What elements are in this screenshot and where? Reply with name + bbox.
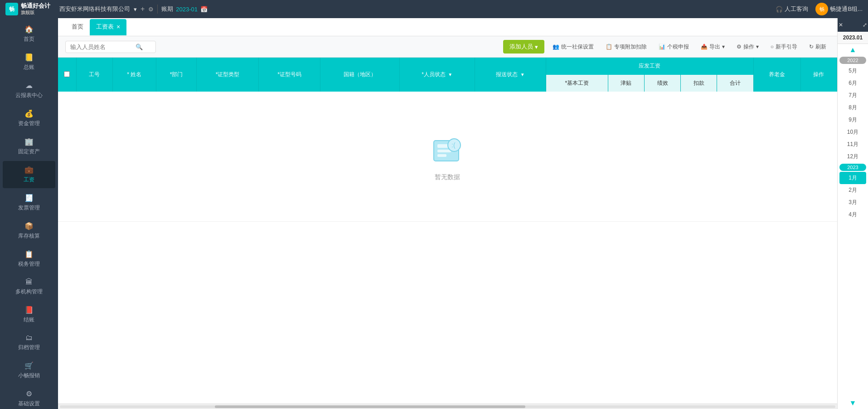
settings-icon[interactable]: ⚙ [148, 6, 154, 13]
sidebar-item-label: 基础设置 [18, 400, 40, 408]
date-nav-up[interactable]: ▲ [838, 44, 868, 56]
period-label: 账期 [161, 5, 173, 13]
month-2022-12[interactable]: 12月 [838, 151, 868, 163]
sidebar-item-ledger[interactable]: 📒 总账 [3, 49, 55, 76]
sidebar-item-fund[interactable]: 💰 资金管理 [3, 105, 55, 132]
sidebar-item-inventory[interactable]: 📦 库存核算 [3, 217, 55, 244]
horizontal-scrollbar[interactable] [58, 404, 837, 409]
th-total: 合计 [717, 75, 753, 92]
deduct-icon: 📋 [606, 44, 612, 50]
sidebar-item-label: 归档管理 [18, 344, 40, 351]
sidebar-item-tax[interactable]: 📋 税务管理 [3, 245, 55, 273]
panel-close-btn[interactable]: ✕ [839, 22, 843, 28]
refresh-btn[interactable]: ↻ 刷新 [805, 41, 830, 53]
logo-sub: 旗舰版 [21, 10, 50, 16]
select-all-checkbox[interactable] [64, 71, 70, 77]
period-selector[interactable]: 账期 2023-01 📅 [161, 5, 208, 13]
sidebar-item-label: 税务管理 [18, 260, 40, 268]
th-pension: 养老金 [753, 58, 800, 92]
th-allowance: 津贴 [608, 75, 644, 92]
sidebar-item-label: 首页 [24, 35, 34, 43]
sidebar-item-home[interactable]: 🏠 首页 [3, 20, 55, 48]
company-name: 西安虾米网络科技有限公司 [59, 5, 130, 13]
calendar-icon[interactable]: 📅 [200, 6, 208, 13]
th-deduction: 扣款 [681, 75, 717, 92]
sidebar-item-close-account[interactable]: 📕 结账 [3, 301, 55, 328]
headset-icon: 🎧 [776, 6, 783, 13]
date-panel: ✕ ⤢ 2023.01 ▲ 2022 5月 6月 7月 8月 9月 10月 11… [837, 18, 868, 409]
svg-rect-2 [437, 150, 451, 152]
sidebar-item-wage[interactable]: 💼 工资 [3, 161, 55, 188]
guide-btn[interactable]: ○ 新手引导 [767, 41, 801, 53]
home-icon: 🏠 [24, 25, 34, 34]
tab-wage-label: 工资表 [96, 23, 114, 31]
month-2022-11[interactable]: 11月 [838, 138, 868, 151]
status-filter-icon[interactable]: ▼ [448, 72, 452, 77]
sidebar-item-fixed-assets[interactable]: 🏢 固定资产 [3, 133, 55, 160]
sidebar-item-label: 发票管理 [18, 204, 40, 212]
sidebar-item-expense[interactable]: 🛒 小畅报销 [3, 357, 55, 384]
empty-state: :( 暂无数据 [62, 95, 834, 218]
sidebar-item-label: 小畅报销 [18, 372, 40, 380]
chevron-down-icon[interactable]: ▾ [134, 6, 137, 13]
tax-declare-btn[interactable]: 📊 个税申报 [655, 41, 693, 53]
month-2022-07[interactable]: 7月 [838, 89, 868, 102]
tab-close-icon[interactable]: × [116, 23, 120, 30]
sidebar-item-label: 结账 [24, 316, 34, 324]
th-empno: 工号 [76, 58, 112, 92]
scrollbar-track[interactable] [60, 405, 835, 408]
sidebar-item-label: 总账 [24, 63, 34, 71]
fund-icon: 💰 [24, 109, 34, 118]
sidebar-item-label: 资金管理 [18, 120, 40, 127]
empty-text: 暂无数据 [435, 173, 460, 181]
svg-rect-3 [437, 154, 446, 157]
nav-down-icon[interactable]: ▼ [849, 399, 857, 407]
th-name: * 姓名 [112, 58, 156, 92]
month-2022-08[interactable]: 8月 [838, 102, 868, 114]
sidebar-item-multi-org[interactable]: 🏛 多机构管理 [3, 273, 55, 300]
export-icon: 📤 [701, 44, 708, 50]
tax-icon: 📋 [24, 250, 34, 258]
th-report-status: 报送状态 ▼ [475, 58, 546, 92]
tab-home[interactable]: 首页 [65, 19, 90, 35]
month-2022-10[interactable]: 10月 [838, 126, 868, 138]
user-profile[interactable]: 畅 畅捷通B组... [815, 3, 863, 15]
social-security-btn[interactable]: 👥 统一社保设置 [549, 41, 597, 53]
add-icon[interactable]: + [141, 5, 145, 13]
month-2023-01[interactable]: 1月 [839, 172, 866, 184]
sidebar-item-settings[interactable]: ⚙ 基础设置 [3, 385, 55, 409]
sidebar-item-cloud-report[interactable]: ☁ 云报表中心 [3, 77, 55, 104]
month-2023-02[interactable]: 2月 [838, 184, 868, 196]
close-account-icon: 📕 [24, 306, 34, 314]
empty-state-cell: :( 暂无数据 [58, 92, 837, 222]
customer-service-btn[interactable]: 🎧 人工客询 [776, 5, 808, 13]
tax-icon: 📊 [659, 44, 665, 50]
search-input[interactable] [70, 44, 134, 50]
th-nationality: 国籍（地区） [320, 58, 399, 92]
date-nav-down[interactable]: ▼ [838, 397, 868, 409]
panel-expand-btn[interactable]: ⤢ [863, 22, 867, 28]
main-area: 🏠 首页 📒 总账 ☁ 云报表中心 💰 资金管理 🏢 固定资产 💼 工资 [0, 18, 868, 409]
month-2022-06[interactable]: 6月 [838, 77, 868, 89]
tab-wage[interactable]: 工资表 × [90, 19, 126, 35]
special-deduct-btn[interactable]: 📋 专项附加扣除 [602, 41, 650, 53]
nav-up-icon[interactable]: ▲ [849, 46, 857, 54]
select-all-th[interactable] [58, 58, 76, 92]
month-2022-09[interactable]: 9月 [838, 114, 868, 126]
search-box[interactable]: 🔍 [65, 41, 156, 53]
sidebar-item-archive[interactable]: 🗂 归档管理 [3, 329, 55, 356]
add-person-button[interactable]: 添加人员 ▾ [503, 40, 544, 54]
operate-btn[interactable]: ⚙ 操作 ▾ [733, 41, 762, 53]
month-2023-03[interactable]: 3月 [838, 196, 868, 209]
month-2022-05[interactable]: 5月 [838, 65, 868, 77]
sidebar-item-label: 工资 [24, 176, 34, 184]
month-2023-04[interactable]: 4月 [838, 209, 868, 221]
sidebar-item-invoice[interactable]: 🧾 发票管理 [3, 189, 55, 216]
company-selector[interactable]: 西安虾米网络科技有限公司 ▾ + ⚙ [59, 5, 154, 13]
scrollbar-thumb[interactable] [215, 405, 525, 408]
export-btn[interactable]: 📤 导出 ▾ [697, 41, 728, 53]
report-filter-icon[interactable]: ▼ [520, 72, 525, 77]
period-value: 2023-01 [176, 6, 198, 13]
sidebar-item-label: 多机构管理 [15, 288, 43, 296]
toolbar-right: 添加人员 ▾ 👥 统一社保设置 📋 专项附加扣除 📊 个税申报 [503, 40, 830, 54]
